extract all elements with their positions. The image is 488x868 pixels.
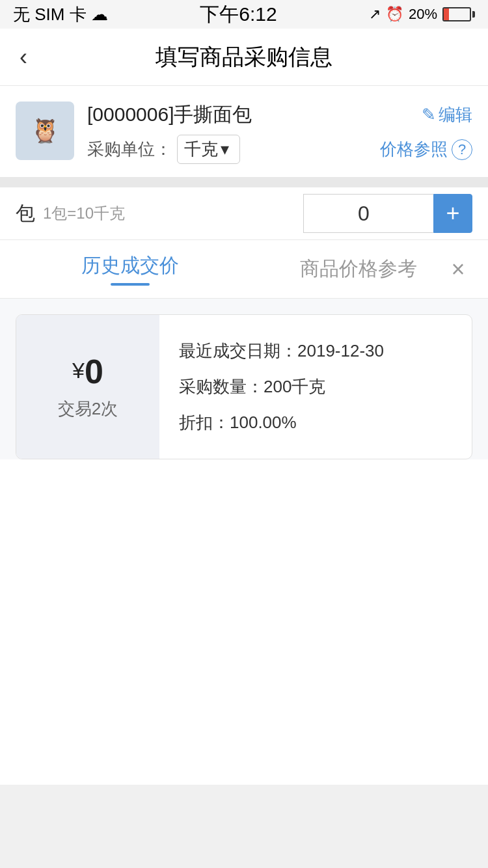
status-left: 无 SIM 卡 ☁: [13, 3, 108, 26]
trade-card: ¥0 交易2次 最近成交日期：2019-12-30 采购数量：200千克 折扣：…: [16, 314, 472, 459]
trade-price-block: ¥0 交易2次: [16, 315, 159, 459]
qty-label-block: 包 1包=10千克: [16, 200, 125, 227]
unit-select[interactable]: 千克 ▾: [177, 135, 240, 164]
unit-label-block: 采购单位： 千克 ▾: [87, 135, 240, 164]
tab-price-reference[interactable]: 商品价格参考: [244, 240, 472, 298]
trade-count-label: 交易2次: [58, 398, 118, 420]
panel-tabs: 历史成交价 商品价格参考 ×: [0, 240, 488, 299]
qty-input-block: +: [303, 194, 472, 233]
qty-unit-label: 包: [16, 200, 35, 227]
trade-discount-row: 折扣：100.00%: [179, 410, 452, 435]
trade-date-row: 最近成交日期：2019-12-30: [179, 338, 452, 364]
quantity-input[interactable]: [303, 194, 433, 233]
trade-qty-row: 采购数量：200千克: [179, 374, 452, 400]
product-unit-row: 采购单位： 千克 ▾ 价格参照 ?: [87, 135, 472, 164]
panel-close-button[interactable]: ×: [444, 255, 472, 284]
status-time: 下午6:12: [200, 1, 277, 28]
sim-label: 无 SIM 卡 ☁: [13, 3, 108, 26]
product-card: 🦉 [0000006]手撕面包 ✎ 编辑 采购单位： 千克 ▾: [0, 86, 488, 177]
alarm-icon: ⏰: [386, 6, 403, 23]
product-thumbnail: 🦉: [16, 102, 74, 160]
battery-icon: [442, 7, 475, 21]
product-row: 🦉 [0000006]手撕面包 ✎ 编辑 采购单位： 千克 ▾: [16, 102, 472, 164]
product-thumb-icon: 🦉: [31, 119, 60, 142]
page-title: 填写商品采购信息: [156, 42, 332, 72]
edit-button[interactable]: ✎ 编辑: [422, 103, 472, 126]
section-divider: [0, 177, 488, 187]
qty-plus-button[interactable]: +: [433, 194, 472, 233]
back-button[interactable]: ‹: [13, 37, 34, 77]
product-title-row: [0000006]手撕面包 ✎ 编辑: [87, 102, 472, 128]
page-content-rest: [0, 459, 488, 785]
trade-price-value: ¥0: [72, 353, 103, 390]
battery-percent: 20%: [409, 6, 437, 23]
trade-details: 最近成交日期：2019-12-30 采购数量：200千克 折扣：100.00%: [159, 315, 472, 459]
product-name: [0000006]手撕面包: [87, 102, 252, 128]
navbar: ‹ 填写商品采购信息: [0, 29, 488, 86]
quantity-row: 包 1包=10千克 +: [0, 187, 488, 239]
price-ref-button[interactable]: 价格参照 ?: [380, 138, 472, 161]
help-icon: ?: [452, 139, 472, 160]
status-bar: 无 SIM 卡 ☁ 下午6:12 ↗ ⏰ 20%: [0, 0, 488, 29]
product-info: [0000006]手撕面包 ✎ 编辑 采购单位： 千克 ▾ 价格参照 ?: [87, 102, 472, 164]
location-icon: ↗: [369, 6, 381, 23]
qty-hint-label: 1包=10千克: [43, 203, 125, 224]
dropdown-icon: ▾: [221, 139, 229, 159]
tab-underline: [111, 283, 150, 286]
bottom-panel: 历史成交价 商品价格参考 × ¥0 交易2次 最近成交日期：2019-12-30…: [0, 239, 488, 459]
edit-icon: ✎: [422, 105, 436, 125]
tab-history-price[interactable]: 历史成交价: [16, 240, 244, 298]
status-right: ↗ ⏰ 20%: [369, 6, 475, 23]
